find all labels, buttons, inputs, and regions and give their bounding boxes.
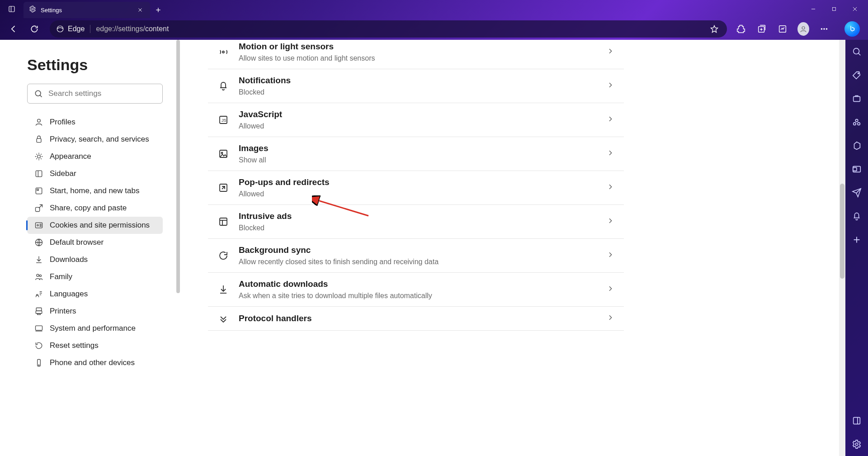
sidebar-games-icon[interactable] bbox=[851, 117, 862, 128]
profile-button[interactable] bbox=[797, 23, 809, 35]
permission-row-images[interactable]: ImagesShow all bbox=[208, 137, 624, 171]
svg-point-65 bbox=[858, 123, 860, 125]
address-url: edge://settings/content bbox=[96, 25, 703, 33]
nav-item-sidebar[interactable]: Sidebar bbox=[27, 165, 163, 182]
sidebar-scrollbar[interactable] bbox=[175, 40, 181, 456]
nav-item-default-browser[interactable]: Default browser bbox=[27, 234, 163, 251]
svg-point-25 bbox=[38, 119, 41, 122]
sidebar-drop-icon[interactable] bbox=[851, 187, 862, 198]
back-button[interactable] bbox=[5, 20, 23, 38]
row-subtitle: Show all bbox=[239, 156, 597, 164]
sidebar-add-button[interactable] bbox=[851, 234, 862, 245]
nav-item-icon bbox=[34, 152, 43, 161]
page-scrollbar[interactable] bbox=[839, 40, 845, 456]
permission-row-protocol-handlers[interactable]: Protocol handlers bbox=[208, 307, 624, 331]
sidebar-shopping-icon[interactable] bbox=[851, 70, 862, 81]
nav-item-system-and-performance[interactable]: System and performance bbox=[27, 320, 163, 337]
collections-button[interactable] bbox=[756, 23, 768, 35]
svg-point-47 bbox=[222, 51, 224, 53]
extensions-button[interactable] bbox=[735, 23, 747, 35]
window-controls bbox=[803, 0, 865, 18]
search-settings-input[interactable] bbox=[48, 89, 156, 98]
permission-row-javascript[interactable]: JSJavaScriptAllowed bbox=[208, 103, 624, 137]
sidebar-search-icon[interactable] bbox=[851, 46, 862, 57]
address-bar[interactable]: Edge edge://settings/content bbox=[50, 20, 727, 38]
row-icon bbox=[218, 47, 229, 57]
row-title: JavaScript bbox=[239, 109, 597, 119]
browser-tab[interactable]: Settings bbox=[24, 2, 150, 18]
nav-item-downloads[interactable]: Downloads bbox=[27, 251, 163, 268]
svg-point-11 bbox=[57, 26, 63, 32]
sidebar-bell-icon[interactable] bbox=[851, 211, 862, 222]
nav-item-privacy-search-and-services[interactable]: Privacy, search, and services bbox=[27, 131, 163, 148]
tab-actions-button[interactable] bbox=[0, 0, 24, 18]
sidebar-tools-icon[interactable] bbox=[851, 93, 862, 104]
nav-item-printers[interactable]: Printers bbox=[27, 303, 163, 320]
permission-row-automatic-downloads[interactable]: Automatic downloadsAsk when a site tries… bbox=[208, 273, 624, 307]
chevron-right-icon bbox=[607, 183, 614, 192]
nav-item-reset-settings[interactable]: Reset settings bbox=[27, 337, 163, 354]
favorite-button[interactable] bbox=[708, 23, 721, 35]
site-identity[interactable]: Edge bbox=[56, 25, 90, 33]
settings-sidebar: Settings ProfilesPrivacy, search, and se… bbox=[0, 40, 181, 456]
permission-row-pop-ups-and-redirects[interactable]: Pop-ups and redirectsAllowed bbox=[208, 171, 624, 205]
maximize-button[interactable] bbox=[824, 0, 844, 18]
svg-rect-68 bbox=[853, 167, 857, 171]
chevron-right-icon bbox=[607, 251, 614, 260]
svg-rect-43 bbox=[36, 326, 42, 330]
nav-item-share-copy-and-paste[interactable]: Share, copy and paste bbox=[27, 200, 163, 217]
more-button[interactable] bbox=[818, 23, 830, 35]
nav-item-icon bbox=[34, 324, 43, 333]
permission-row-background-sync[interactable]: Background syncAllow recently closed sit… bbox=[208, 239, 624, 273]
sidebar-settings-icon[interactable] bbox=[851, 439, 862, 450]
row-subtitle: Ask when a site tries to download multip… bbox=[239, 292, 597, 300]
nav-item-icon bbox=[34, 238, 43, 247]
nav-item-family[interactable]: Family bbox=[27, 268, 163, 285]
svg-point-59 bbox=[854, 48, 859, 54]
nav-item-start-home-and-new-tabs[interactable]: Start, home, and new tabs bbox=[27, 182, 163, 200]
minimize-button[interactable] bbox=[803, 0, 824, 18]
permission-row-intrusive-ads[interactable]: Intrusive adsBlocked bbox=[208, 205, 624, 239]
bing-chat-button[interactable] bbox=[844, 21, 860, 37]
row-icon bbox=[218, 182, 229, 193]
svg-rect-40 bbox=[36, 308, 42, 311]
search-settings-box[interactable] bbox=[27, 84, 163, 104]
nav-item-icon bbox=[34, 135, 43, 144]
row-subtitle: Allow sites to use motion and light sens… bbox=[239, 54, 597, 62]
permission-row-motion-or-light-sensors[interactable]: Motion or light sensorsAllow sites to us… bbox=[208, 40, 624, 69]
chevron-right-icon bbox=[607, 115, 614, 124]
sidebar-m365-icon[interactable] bbox=[851, 140, 862, 151]
nav-item-label: Default browser bbox=[50, 238, 104, 247]
chevron-right-icon bbox=[607, 285, 614, 294]
nav-item-profiles[interactable]: Profiles bbox=[27, 114, 163, 131]
row-icon bbox=[218, 216, 229, 227]
svg-rect-31 bbox=[37, 189, 38, 190]
refresh-button[interactable] bbox=[25, 20, 43, 38]
close-window-button[interactable] bbox=[844, 0, 865, 18]
row-subtitle: Allowed bbox=[239, 122, 597, 130]
svg-point-19 bbox=[802, 27, 805, 29]
row-icon: JS bbox=[218, 114, 229, 125]
permission-row-notifications[interactable]: NotificationsBlocked bbox=[208, 69, 624, 103]
nav-item-icon bbox=[34, 118, 43, 127]
nav-item-icon bbox=[34, 221, 43, 230]
sidebar-collapse-icon[interactable] bbox=[851, 415, 862, 426]
nav-item-cookies-and-site-permissions[interactable]: Cookies and site permissions bbox=[27, 217, 163, 234]
svg-line-24 bbox=[40, 95, 42, 97]
page-title: Settings bbox=[27, 56, 163, 74]
browser-essentials-button[interactable] bbox=[777, 23, 788, 35]
nav-item-icon bbox=[34, 186, 43, 195]
svg-rect-0 bbox=[9, 6, 14, 12]
edge-sidebar bbox=[845, 40, 868, 456]
chevron-right-icon bbox=[607, 81, 614, 90]
svg-point-27 bbox=[38, 155, 41, 158]
nav-item-languages[interactable]: Languages bbox=[27, 285, 163, 303]
row-title: Background sync bbox=[239, 245, 597, 255]
row-title: Images bbox=[239, 143, 597, 153]
svg-point-61 bbox=[858, 73, 859, 74]
tab-close-button[interactable] bbox=[136, 5, 145, 14]
new-tab-button[interactable] bbox=[150, 2, 166, 18]
nav-item-appearance[interactable]: Appearance bbox=[27, 148, 163, 165]
nav-item-phone-and-other-devices[interactable]: Phone and other devices bbox=[27, 354, 163, 371]
sidebar-outlook-icon[interactable] bbox=[851, 164, 862, 175]
